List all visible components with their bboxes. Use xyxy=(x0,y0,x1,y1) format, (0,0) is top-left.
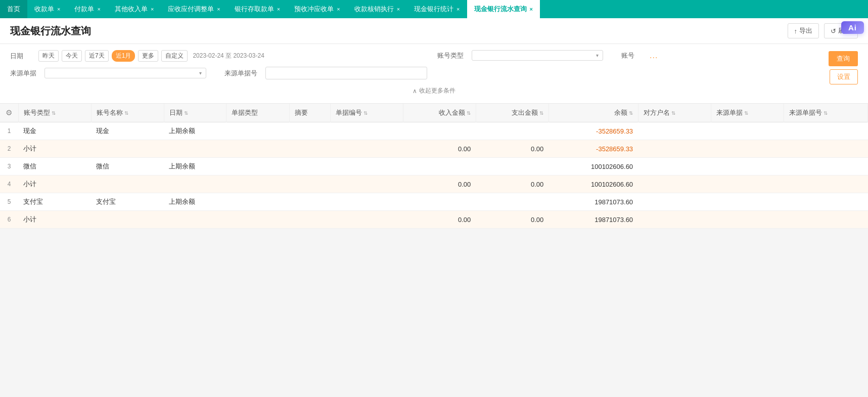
table-row: 6小计0.000.0019871073.60 xyxy=(0,211,868,229)
settings-button[interactable]: 设置 xyxy=(830,69,858,84)
query-button[interactable]: 查询 xyxy=(829,51,858,66)
cell-doc-no xyxy=(330,211,403,229)
nav-tab-cash-bank-stat[interactable]: 现金银行统计 × xyxy=(407,0,467,18)
collapse-bar[interactable]: ∧ 收起更多条件 xyxy=(10,84,858,99)
cell-income: 0.00 xyxy=(403,175,476,193)
cell-expense xyxy=(476,158,549,175)
nav-tab-collect-execute[interactable]: 收款核销执行 × xyxy=(347,0,407,18)
cell-expense: 0.00 xyxy=(476,211,549,229)
th-income[interactable]: 收入金额 ⇅ xyxy=(403,104,476,122)
close-receipt-tab[interactable]: × xyxy=(57,0,60,18)
source-doc-select[interactable]: ▾ xyxy=(44,68,206,78)
export-button[interactable]: ↑ 导出 xyxy=(788,23,819,38)
cell-summary xyxy=(290,122,331,140)
date-yesterday[interactable]: 昨天 xyxy=(38,50,59,62)
sort-source-doc-no-icon: ⇅ xyxy=(824,110,828,116)
cell-counterparty xyxy=(638,175,711,193)
th-counterparty[interactable]: 对方户名 ⇅ xyxy=(638,104,711,122)
account-type-select[interactable]: ▾ xyxy=(472,50,603,61)
cell-account-name: 微信 xyxy=(91,158,164,175)
cell-account-name xyxy=(91,140,164,158)
th-date[interactable]: 日期 ⇅ xyxy=(164,104,226,122)
cell-doc-type xyxy=(226,122,289,140)
cell-source-doc-no xyxy=(784,175,867,193)
date-custom[interactable]: 自定义 xyxy=(161,50,188,62)
th-account-name[interactable]: 账号名称 ⇅ xyxy=(91,104,164,122)
cell-expense: 0.00 xyxy=(476,175,549,193)
date-range-display: 2023-02-24 至 2023-03-24 xyxy=(193,52,264,60)
refresh-icon: ↺ xyxy=(831,27,836,35)
close-bank-deposit-tab[interactable]: × xyxy=(277,0,280,18)
close-collect-execute-tab[interactable]: × xyxy=(397,0,400,18)
close-cash-bank-flow-tab[interactable]: × xyxy=(530,0,533,18)
date-7days[interactable]: 近7天 xyxy=(85,50,109,62)
close-prepay-flush-tab[interactable]: × xyxy=(337,0,340,18)
close-other-income-tab[interactable]: × xyxy=(151,0,154,18)
table-row: 3微信微信上期余额100102606.60 xyxy=(0,158,868,175)
filter-row-source: 来源单据 ▾ 来源单据号 xyxy=(10,67,427,79)
cell-no: 1 xyxy=(0,122,18,140)
filter-area: 日期 昨天 今天 近7天 近1月 更多 自定义 2023-02-24 至 202… xyxy=(0,44,868,104)
date-more[interactable]: 更多 xyxy=(138,50,158,62)
th-source-doc[interactable]: 来源单据 ⇅ xyxy=(711,104,784,122)
cell-account-type: 微信 xyxy=(18,158,91,175)
cell-source-doc-no xyxy=(784,211,867,229)
main-table: ⚙ 账号类型 ⇅ 账号名称 ⇅ 日期 xyxy=(0,104,868,229)
cell-source-doc-no xyxy=(784,140,867,158)
cell-income: 0.00 xyxy=(403,211,476,229)
cell-date: 上期余额 xyxy=(164,158,226,175)
date-today[interactable]: 今天 xyxy=(62,50,82,62)
cell-source-doc-no xyxy=(784,158,867,175)
top-nav: 首页 收款单 × 付款单 × 其他收入单 × 应收应付调整单 × 银行存取款单 … xyxy=(0,0,868,18)
cell-account-type: 小计 xyxy=(18,175,91,193)
table-row: 1现金现金上期余额-3528659.33 xyxy=(0,122,868,140)
cell-source-doc xyxy=(711,158,784,175)
page-title: 现金银行流水查询 xyxy=(10,24,91,38)
nav-tab-payment[interactable]: 付款单 × xyxy=(67,0,107,18)
close-payment-tab[interactable]: × xyxy=(97,0,100,18)
cell-doc-type xyxy=(226,140,289,158)
cell-no: 3 xyxy=(0,158,18,175)
cell-date: 上期余额 xyxy=(164,122,226,140)
date-shortcuts: 昨天 今天 近7天 近1月 更多 自定义 2023-02-24 至 2023-0… xyxy=(38,50,264,62)
cell-expense xyxy=(476,122,549,140)
th-doc-no[interactable]: 单据编号 ⇅ xyxy=(330,104,403,122)
cell-balance: -3528659.33 xyxy=(549,140,638,158)
close-ar-adjust-tab[interactable]: × xyxy=(217,0,220,18)
cell-date: 上期余额 xyxy=(164,193,226,211)
account-type-chevron-icon: ▾ xyxy=(596,53,599,58)
nav-tab-prepay-flush[interactable]: 预收冲应收单 × xyxy=(287,0,347,18)
cell-summary xyxy=(290,211,331,229)
cell-balance: -3528659.33 xyxy=(549,122,638,140)
close-cash-bank-stat-tab[interactable]: × xyxy=(456,0,460,18)
source-doc-no-input[interactable] xyxy=(265,67,427,79)
nav-tab-ar-adjust[interactable]: 应收应付调整单 × xyxy=(161,0,227,18)
sort-expense-icon: ⇅ xyxy=(539,110,543,116)
nav-tab-other-income[interactable]: 其他收入单 × xyxy=(108,0,161,18)
cell-counterparty xyxy=(638,193,711,211)
nav-home[interactable]: 首页 xyxy=(0,0,27,18)
table-header-row: ⚙ 账号类型 ⇅ 账号名称 ⇅ 日期 xyxy=(0,104,868,122)
account-label: 账号 xyxy=(621,51,642,60)
nav-tab-cash-bank-flow[interactable]: 现金银行流水查询 × xyxy=(467,0,540,18)
cell-balance: 19871073.60 xyxy=(549,211,638,229)
cell-summary xyxy=(290,175,331,193)
nav-tab-receipt[interactable]: 收款单 × xyxy=(27,0,67,18)
source-doc-no-label: 来源单据号 xyxy=(224,69,257,78)
cell-doc-no xyxy=(330,140,403,158)
table-row: 5支付宝支付宝上期余额19871073.60 xyxy=(0,193,868,211)
cell-income: 0.00 xyxy=(403,140,476,158)
nav-tab-bank-deposit[interactable]: 银行存取款单 × xyxy=(227,0,287,18)
th-source-doc-no[interactable]: 来源单据号 ⇅ xyxy=(784,104,867,122)
cell-income xyxy=(403,158,476,175)
source-doc-chevron-icon: ▾ xyxy=(199,70,202,76)
date-1month[interactable]: 近1月 xyxy=(112,50,135,62)
cell-source-doc xyxy=(711,175,784,193)
ai-badge[interactable]: Ai xyxy=(841,21,864,34)
sort-income-icon: ⇅ xyxy=(467,110,471,116)
th-expense[interactable]: 支出金额 ⇅ xyxy=(476,104,549,122)
th-balance[interactable]: 余额 ⇅ xyxy=(549,104,638,122)
gear-icon[interactable]: ⚙ xyxy=(6,108,12,117)
account-dots-button[interactable]: ... xyxy=(650,51,658,60)
th-account-type[interactable]: 账号类型 ⇅ xyxy=(18,104,91,122)
